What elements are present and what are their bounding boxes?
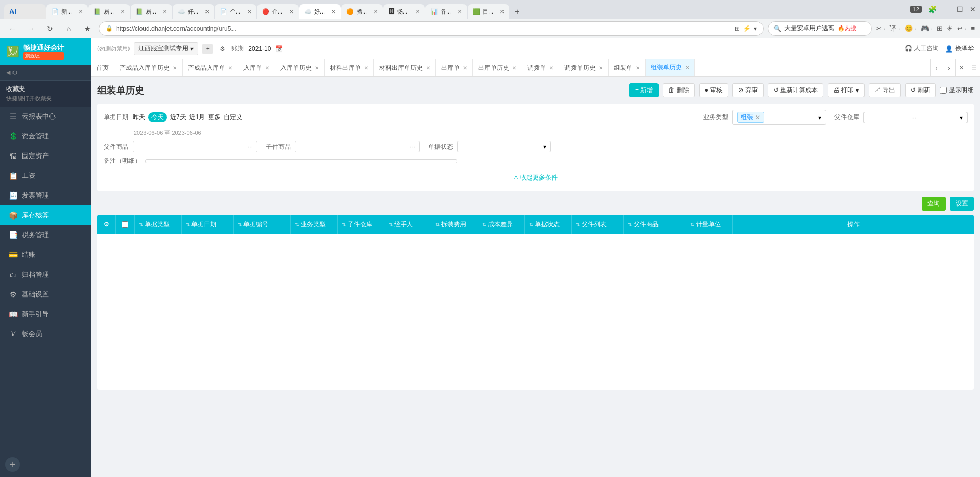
sidebar-item-asset[interactable]: 🏗 固定资产 bbox=[0, 146, 91, 166]
col-dismantle-fee[interactable]: ⇅ 拆装费用 bbox=[431, 215, 478, 234]
tab-close-icon[interactable]: ✕ bbox=[289, 9, 293, 15]
back-button[interactable]: ← bbox=[5, 21, 20, 36]
sidebar-item-fund[interactable]: 💲 资金管理 bbox=[0, 126, 91, 146]
tab-close-icon[interactable]: ✕ bbox=[173, 65, 177, 71]
sidebar-item-payroll[interactable]: 📋 工资 bbox=[0, 166, 91, 186]
export-button[interactable]: ↗ 导出 bbox=[869, 83, 900, 97]
tab-next-button[interactable]: › bbox=[943, 59, 955, 77]
address-bar[interactable]: 🔒 https://cloud.chanjet.com/accounting/u… bbox=[99, 21, 764, 36]
extensions-icon[interactable]: 🧩 bbox=[928, 5, 937, 14]
browser-tab-11[interactable]: 📊 各... ✕ bbox=[425, 4, 467, 19]
recalculate-button[interactable]: ↺ 重新计算成本 bbox=[768, 83, 823, 97]
order-status-select[interactable]: ▾ bbox=[457, 141, 551, 152]
col-order-no[interactable]: ⇅ 单据编号 bbox=[234, 215, 291, 234]
parent-warehouse-select[interactable]: ··· ▾ bbox=[863, 112, 968, 123]
new-button[interactable]: + 新增 bbox=[629, 83, 659, 97]
tab-close-icon[interactable]: ✕ bbox=[228, 65, 233, 71]
parent-goods-input[interactable]: ··· bbox=[133, 141, 257, 152]
theme-action[interactable]: ☀ bbox=[947, 24, 953, 32]
close-button[interactable]: ✕ bbox=[970, 5, 976, 14]
favorites-hint[interactable]: 快捷键打开收藏夹 bbox=[6, 95, 85, 102]
shortcut-1month[interactable]: 近1月 bbox=[189, 113, 205, 122]
tab-out-hist[interactable]: 出库单历史 ✕ bbox=[473, 59, 522, 77]
sidebar-item-tax[interactable]: 📑 税务管理 bbox=[0, 225, 91, 245]
tab-close-icon[interactable]: ✕ bbox=[121, 9, 125, 15]
home-button[interactable]: ⌂ bbox=[61, 21, 76, 36]
search-bar[interactable]: 🔍 大量安卓用户逃离 🔥热搜 bbox=[768, 21, 872, 36]
menu-action[interactable]: ≡ bbox=[971, 24, 975, 32]
tab-menu-button[interactable]: ☰ bbox=[968, 59, 980, 77]
tab-close-icon[interactable]: ✕ bbox=[205, 9, 209, 15]
collapse-bar[interactable]: ∧ 收起更多条件 bbox=[104, 170, 968, 185]
translate-action[interactable]: 译 · bbox=[889, 24, 900, 33]
tab-close-icon[interactable]: ✕ bbox=[500, 9, 504, 15]
tab-assemble-hist[interactable]: 组装单历史 ✕ bbox=[646, 59, 695, 77]
browser-tab-7[interactable]: 🔴 企... ✕ bbox=[257, 4, 299, 19]
tab-close-icon[interactable]: ✕ bbox=[416, 9, 420, 15]
tab-close-icon[interactable]: ✕ bbox=[599, 65, 603, 71]
tab-close-icon[interactable]: ✕ bbox=[463, 65, 467, 71]
display-detail-input[interactable] bbox=[940, 87, 947, 94]
display-detail-checkbox[interactable]: 显示明细 bbox=[940, 86, 974, 95]
col-order-type[interactable]: ⇅ 单据类型 bbox=[135, 215, 182, 234]
tab-prev-button[interactable]: ‹ bbox=[930, 59, 943, 77]
audit-button[interactable]: ● 审核 bbox=[699, 83, 729, 97]
add-company-button[interactable]: + bbox=[202, 44, 213, 54]
print-button[interactable]: 🖨 打印 ▾ bbox=[828, 83, 865, 97]
refresh-button[interactable]: ↻ bbox=[43, 21, 57, 36]
tag-remove-icon[interactable]: ✕ bbox=[755, 114, 760, 121]
user-menu[interactable]: 👤 徐泽华 bbox=[945, 44, 974, 53]
query-button[interactable]: 查询 bbox=[922, 197, 946, 211]
tab-prod-in-hist[interactable]: 产成品入库单历史 ✕ bbox=[114, 59, 183, 77]
dots-icon[interactable]: ··· bbox=[410, 143, 415, 150]
maximize-button[interactable]: ☐ bbox=[957, 5, 963, 14]
tab-close-icon[interactable]: ✕ bbox=[163, 9, 167, 15]
refresh-button[interactable]: ↺ 刷新 bbox=[905, 83, 936, 97]
browser-tab-5[interactable]: ☁️ 好... ✕ bbox=[173, 4, 214, 19]
tab-close-icon[interactable]: ✕ bbox=[373, 9, 378, 15]
tab-close-icon[interactable]: ✕ bbox=[331, 9, 336, 15]
biz-type-select[interactable]: 组装 ✕ ▾ bbox=[732, 110, 826, 125]
forward-button[interactable]: → bbox=[24, 21, 38, 36]
col-cost-diff[interactable]: ⇅ 成本差异 bbox=[478, 215, 525, 234]
minimize-button[interactable]: — bbox=[943, 5, 950, 14]
tab-close-icon[interactable]: ✕ bbox=[549, 65, 553, 71]
sidebar-item-settle[interactable]: 💳 结账 bbox=[0, 245, 91, 265]
browser-tab-4[interactable]: 📗 易... ✕ bbox=[131, 4, 172, 19]
remark-input[interactable] bbox=[145, 159, 457, 163]
tab-adjust[interactable]: 调拨单 ✕ bbox=[522, 59, 559, 77]
cut-action[interactable]: ✂ · bbox=[876, 24, 885, 32]
tab-home[interactable]: 首页 bbox=[91, 59, 114, 77]
dots-icon[interactable]: ··· bbox=[911, 114, 917, 121]
tab-close-icon[interactable]: ✕ bbox=[458, 9, 462, 15]
service-link[interactable]: 🎧 人工咨询 bbox=[905, 44, 939, 53]
col-biz-type[interactable]: ⇅ 业务类型 bbox=[291, 215, 338, 234]
shortcut-today[interactable]: 今天 bbox=[148, 112, 167, 122]
lightning-icon[interactable]: ⚡ bbox=[743, 25, 751, 32]
col-order-date[interactable]: ⇅ 单据日期 bbox=[182, 215, 234, 234]
tab-close-icon[interactable]: ✕ bbox=[426, 65, 430, 71]
undo-action[interactable]: ↩ · bbox=[957, 24, 966, 32]
tab-out-order[interactable]: 出库单 ✕ bbox=[436, 59, 473, 77]
browser-tab-8[interactable]: ☁️ 好... ✕ bbox=[299, 4, 341, 19]
tab-prod-in[interactable]: 产成品入库单 ✕ bbox=[183, 59, 238, 77]
tab-in-hist[interactable]: 入库单历史 ✕ bbox=[275, 59, 325, 77]
abandon-button[interactable]: ⊘ 弃审 bbox=[732, 83, 763, 97]
shortcut-custom[interactable]: 自定义 bbox=[224, 113, 242, 122]
browser-tab-3[interactable]: 📗 易... ✕ bbox=[88, 4, 130, 19]
new-tab-button[interactable]: + bbox=[510, 4, 525, 19]
select-dropdown-icon[interactable]: ▾ bbox=[960, 114, 963, 121]
col-order-status[interactable]: ⇅ 单据状态 bbox=[525, 215, 572, 234]
bookmark-button[interactable]: ★ bbox=[80, 21, 95, 36]
sidebar-item-inventory[interactable]: 📦 库存核算 bbox=[0, 205, 91, 225]
qr-icon[interactable]: ⊞ bbox=[734, 25, 740, 32]
col-handler[interactable]: ⇅ 经手人 bbox=[384, 215, 431, 234]
browser-tab-6[interactable]: 📄 个... ✕ bbox=[215, 4, 256, 19]
tab-close-icon[interactable]: ✕ bbox=[364, 65, 368, 71]
tab-mat-out[interactable]: 材料出库单 ✕ bbox=[325, 59, 374, 77]
browser-tab-1[interactable]: Ai bbox=[4, 4, 46, 19]
tab-adjust-hist[interactable]: 调拨单历史 ✕ bbox=[559, 59, 609, 77]
browser-tab-2[interactable]: 📄 新... ✕ bbox=[46, 4, 88, 19]
tab-close-icon[interactable]: ✕ bbox=[315, 65, 319, 71]
col-child-warehouse[interactable]: ⇅ 子件仓库 bbox=[338, 215, 384, 234]
